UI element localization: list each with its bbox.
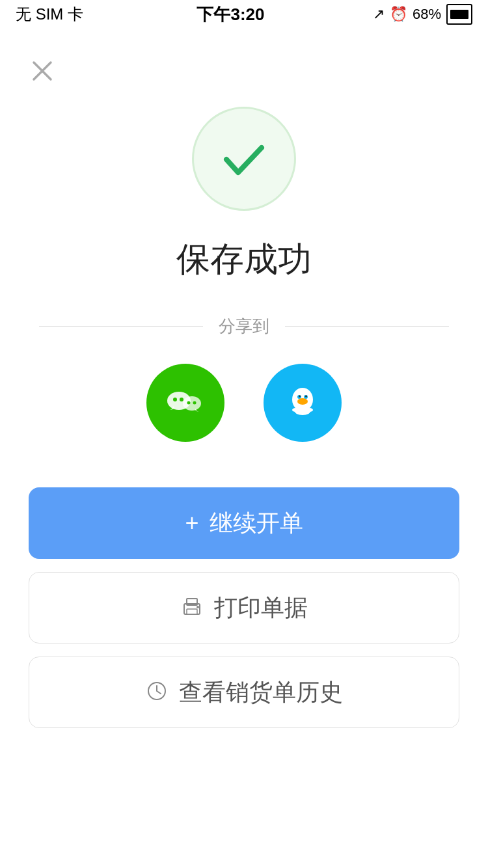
svg-point-4 [173,398,177,401]
svg-point-3 [183,396,201,411]
battery-icon [446,4,472,25]
status-left: 无 SIM 卡 [16,4,88,25]
svg-point-17 [292,408,299,412]
continue-label: 继续开单 [210,508,303,539]
svg-point-18 [306,408,313,412]
divider-line-right [285,326,449,327]
history-button[interactable]: 查看销货单历史 [29,657,459,728]
plus-icon: + [185,511,198,535]
history-icon [145,679,169,706]
svg-point-6 [187,401,191,405]
divider-line-left [39,326,203,327]
action-buttons: + 继续开单 打印单据 查看销货单历史 [0,487,488,728]
print-button[interactable]: 打印单据 [29,572,459,644]
history-label: 查看销货单历史 [179,677,343,709]
location-icon: ↗ [373,6,385,23]
qq-icon [280,380,325,426]
svg-point-13 [299,396,301,398]
share-divider: 分享到 [0,315,488,338]
battery-label: 68% [413,6,441,23]
share-icons-row [146,364,342,442]
print-label: 打印单据 [214,592,308,624]
checkmark-icon [215,129,273,188]
svg-point-15 [297,398,308,405]
share-wechat-button[interactable] [146,364,224,442]
svg-point-22 [197,606,199,608]
main-content: 保存成功 分享到 [0,29,488,728]
close-button-row [0,42,488,100]
success-title: 保存成功 [176,237,312,282]
svg-point-14 [305,396,307,398]
share-qq-button[interactable] [264,364,342,442]
continue-button[interactable]: + 继续开单 [29,487,459,559]
sim-label: 无 SIM 卡 [16,4,83,25]
status-right: ↗ ⏰ 68% [373,4,472,25]
status-time: 下午3:20 [197,3,264,26]
wechat-icon [163,380,208,426]
svg-rect-21 [187,609,197,614]
success-icon-circle [192,107,296,211]
alarm-icon: ⏰ [390,6,407,23]
print-icon [180,595,204,621]
svg-point-5 [180,398,183,401]
close-button[interactable] [26,55,59,87]
status-bar: 无 SIM 卡 下午3:20 ↗ ⏰ 68% [0,0,488,29]
share-label: 分享到 [203,315,285,338]
svg-point-7 [193,401,197,405]
